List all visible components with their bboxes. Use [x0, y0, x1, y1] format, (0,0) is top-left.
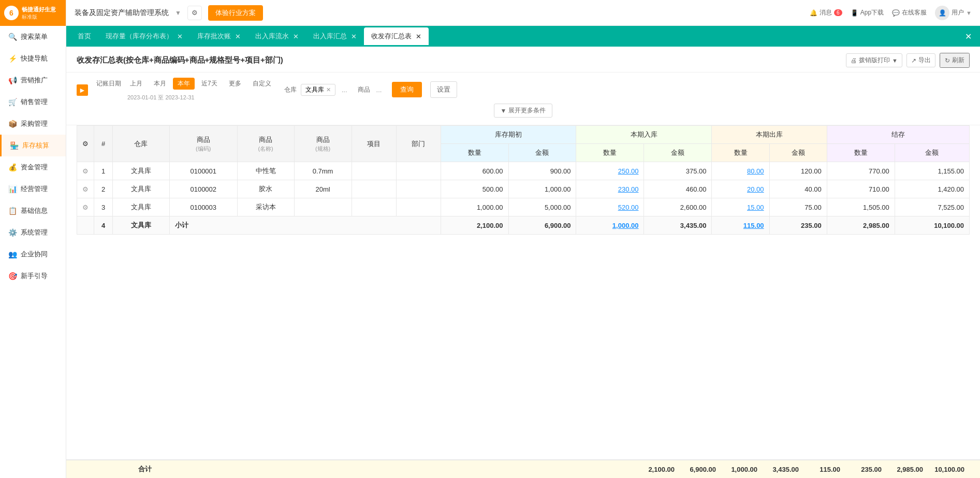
search-icon: 🔍: [8, 33, 17, 41]
goods-filter-dots[interactable]: ...: [374, 86, 384, 94]
col-period-in-header: 本期入库: [576, 126, 712, 144]
tab-home[interactable]: 首页: [70, 27, 98, 45]
avatar: 👤: [935, 6, 949, 20]
row3-opening-amt: 5,000.00: [508, 198, 576, 216]
row2-gear[interactable]: ⚙: [77, 180, 94, 198]
table-row: ⚙ 3 文具库 0100003 采访本 1,000.00 5,000.00 52…: [77, 198, 970, 216]
filter-setting-button[interactable]: 设置: [430, 81, 457, 98]
date-btn-this-month[interactable]: 本月: [149, 78, 171, 90]
sidebar-item-marketing[interactable]: 📢 营销推广: [0, 69, 66, 91]
warehouse-filter-dots[interactable]: ...: [340, 86, 349, 94]
trial-button[interactable]: 体验行业方案: [208, 5, 263, 21]
app-download-button[interactable]: 📱 App下载: [851, 8, 884, 17]
tab-batch-ledger[interactable]: 库存批次账 ✕: [190, 27, 248, 45]
sidebar-item-label: 企业协同: [21, 250, 48, 259]
row3-gear[interactable]: ⚙: [77, 198, 94, 216]
sidebar-item-system[interactable]: ⚙️ 系统管理: [0, 222, 66, 243]
tab-inventory-dist-close[interactable]: ✕: [177, 33, 183, 40]
subtotal-balance-qty: 2,985.00: [827, 216, 895, 235]
query-button[interactable]: 查询: [392, 82, 422, 97]
sidebar-item-search[interactable]: 🔍 搜索菜单: [0, 26, 66, 48]
row2-warehouse: 文具库: [113, 180, 170, 198]
row3-out-qty[interactable]: 15.00: [712, 198, 769, 216]
row1-gear[interactable]: ⚙: [77, 162, 94, 180]
subtotal-warehouse: 文具库: [113, 216, 170, 235]
tabbar-close-all-button[interactable]: ✕: [961, 30, 976, 44]
tab-inventory-dist-label: 现存量（库存分布表）: [106, 32, 173, 41]
tab-in-out-flow[interactable]: 出入库流水 ✕: [248, 27, 306, 45]
tab-inventory-dist[interactable]: 现存量（库存分布表） ✕: [98, 27, 190, 45]
system-dropdown[interactable]: ▼: [175, 9, 181, 17]
export-icon: ↗: [911, 57, 916, 64]
sidebar-item-purchase[interactable]: 📦 采购管理: [0, 113, 66, 135]
sidebar-item-label: 经营管理: [21, 184, 48, 194]
date-btn-7days[interactable]: 近7天: [197, 78, 222, 90]
sidebar-item-basic-info[interactable]: 📋 基础信息: [0, 200, 66, 222]
footer-opening-qty: 2,100.00: [638, 466, 680, 473]
tab-batch-ledger-close[interactable]: ✕: [235, 33, 241, 40]
row2-out-qty[interactable]: 20.00: [712, 180, 769, 198]
tab-home-label: 首页: [78, 32, 91, 41]
row3-goods-spec: [294, 198, 352, 216]
printer-icon: 🖨: [851, 57, 857, 64]
tab-in-out-summary[interactable]: 出入库汇总 ✕: [306, 27, 364, 45]
sidebar-item-operations[interactable]: 📊 经营管理: [0, 178, 66, 200]
sidebar-item-inventory[interactable]: 🏪 库存核算: [0, 135, 66, 156]
subtotal-out-qty[interactable]: 115.00: [712, 216, 769, 235]
finance-icon: 💰: [8, 163, 17, 171]
system-title: 装备及固定资产辅助管理系统: [75, 8, 169, 18]
row1-balance-amt: 1,155.00: [895, 162, 969, 180]
col-goods-name-header: 商品(名称): [237, 126, 294, 162]
subtotal-in-qty[interactable]: 1,000.00: [576, 216, 644, 235]
row2-goods-name: 胶水: [237, 180, 294, 198]
col-gear-header[interactable]: ⚙: [77, 126, 94, 162]
data-table: ⚙ # 仓库 商品(编码) 商品(名称) 商品(规格) 项目 部门 库存期初 本…: [77, 125, 970, 235]
date-btn-this-year[interactable]: 本年: [173, 78, 195, 90]
subtotal-gear: [77, 216, 94, 235]
tab-in-out-flow-close[interactable]: ✕: [293, 33, 299, 40]
date-btn-custom[interactable]: 自定义: [248, 78, 276, 90]
date-btn-last-month[interactable]: 上月: [125, 78, 147, 90]
subtotal-out-amt: 235.00: [769, 216, 827, 235]
tab-recv-send-summary[interactable]: 收发存汇总表 ✕: [364, 27, 429, 45]
expand-conditions-button[interactable]: ▼ 展开更多条件: [494, 104, 553, 118]
expand-label: 展开更多条件: [508, 106, 546, 115]
sidebar-item-guide[interactable]: 🎯 新手引导: [0, 265, 66, 287]
subtotal-label: 小计: [169, 216, 441, 235]
online-service-button[interactable]: 💬 在线客服: [892, 8, 927, 17]
row3-balance-qty: 1,505.00: [827, 198, 895, 216]
col-balance-qty: 数量: [827, 144, 895, 162]
print-button[interactable]: 🖨 拨销版打印 ▼: [846, 53, 902, 67]
export-button[interactable]: ↗ 导出: [906, 53, 935, 67]
row1-in-qty[interactable]: 250.00: [576, 162, 644, 180]
warehouse-tag-close[interactable]: ✕: [326, 86, 331, 93]
col-in-qty: 数量: [576, 144, 644, 162]
operations-icon: 📊: [8, 185, 17, 193]
sidebar-item-label: 库存核算: [22, 141, 49, 150]
row1-out-amt: 120.00: [769, 162, 827, 180]
app-download-label: App下载: [860, 8, 884, 17]
col-goods-spec-header: 商品(规格): [294, 126, 352, 162]
tab-recv-send-summary-close[interactable]: ✕: [416, 33, 421, 40]
date-btn-more[interactable]: 更多: [224, 78, 246, 90]
gear-icon: ⚙: [192, 9, 198, 17]
row1-out-qty[interactable]: 80.00: [712, 162, 769, 180]
row3-out-amt: 75.00: [769, 198, 827, 216]
sidebar-item-quick-nav[interactable]: ⚡ 快捷导航: [0, 48, 66, 69]
refresh-button[interactable]: ↻ 刷新: [940, 53, 970, 68]
col-opening-amt: 金额: [508, 144, 576, 162]
marketing-icon: 📢: [8, 76, 17, 84]
user-menu[interactable]: 👤 用户 ▼: [935, 6, 972, 20]
collapse-button[interactable]: ►: [77, 84, 88, 96]
settings-gear-button[interactable]: ⚙: [187, 6, 202, 20]
sidebar-item-finance[interactable]: 💰 资金管理: [0, 156, 66, 178]
refresh-icon: ↻: [945, 57, 950, 64]
row3-in-qty[interactable]: 520.00: [576, 198, 644, 216]
sidebar-item-sales[interactable]: 🛒 销售管理: [0, 91, 66, 113]
row2-out-amt: 40.00: [769, 180, 827, 198]
print-chevron-icon: ▼: [892, 57, 898, 64]
messages-button[interactable]: 🔔 消息 6: [810, 8, 842, 17]
sidebar-item-enterprise[interactable]: 👥 企业协同: [0, 243, 66, 265]
tab-in-out-summary-close[interactable]: ✕: [351, 33, 357, 40]
row2-in-qty[interactable]: 230.00: [576, 180, 644, 198]
